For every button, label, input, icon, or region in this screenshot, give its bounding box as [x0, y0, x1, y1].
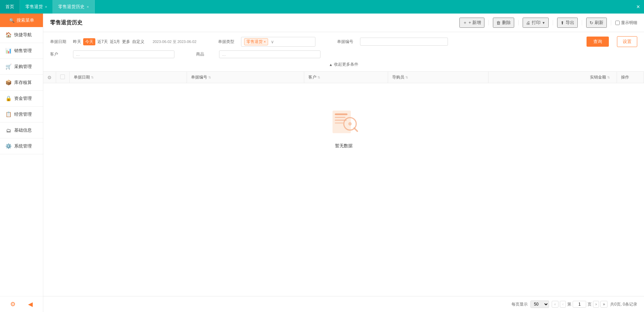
next-page-btn[interactable]: › [593, 301, 599, 308]
th-date[interactable]: 单据日期 ⇅ [70, 72, 187, 83]
divider-2 [518, 20, 519, 25]
filter-row-2: 客户 ... 商品 ... [50, 50, 637, 58]
tab-retail-return-history-close[interactable]: × [87, 5, 89, 9]
page-header: 零售退货历史 ＋ + 新增 🗑 删除 🖨 打印 ▼ [43, 14, 644, 32]
date-option-more[interactable]: 更多 [122, 39, 130, 45]
collapse-label: 收起更多条件 [334, 62, 358, 67]
th-ops-label: 操作 [621, 75, 629, 80]
main-layout: 🔍 搜索菜单 🏠 快捷导航 📊 销售管理 🛒 采购管理 📦 库存核算 🔒 资金管… [0, 14, 644, 312]
column-settings-icon[interactable]: ⚙ [47, 75, 52, 80]
sort-voucher-icon: ⇅ [208, 75, 211, 79]
filter-voucher-input[interactable] [360, 38, 448, 46]
date-range-display: 2023-06-02 至 2023-06-02 [152, 39, 196, 44]
first-page-btn[interactable]: « [552, 301, 559, 308]
export-icon: ⬆ [560, 20, 564, 25]
pagination: 每页显示 20 50 100 « ‹ 第 页 › » 共0页, 0条记录 [43, 296, 644, 312]
delete-icon: 🗑 [496, 20, 501, 25]
filter-customer-label: 客户 [50, 51, 70, 57]
sidebar-item-inventory-label: 库存核算 [14, 80, 32, 86]
filter-goods-placeholder: ... [222, 52, 226, 57]
prev-page-btn[interactable]: ‹ [560, 301, 566, 308]
th-date-label: 单据日期 [74, 75, 90, 80]
sales-icon: 📊 [5, 48, 11, 54]
table-header: ⚙ 单据日期 ⇅ 单据编号 ⇅ [43, 72, 644, 83]
operation-icon: 📋 [5, 111, 11, 117]
sidebar-bottom: ⚙ ◀ [0, 296, 43, 312]
export-button[interactable]: ⬆ 导出 [557, 18, 578, 28]
filter-type-select[interactable]: 零售退货 × ∨ [241, 37, 315, 47]
filter-voucher-label: 单据编号 [337, 39, 357, 45]
divider-5 [611, 20, 611, 25]
filter-goods-label: 商品 [196, 51, 216, 57]
filter-type-dropdown-icon[interactable]: ∨ [271, 39, 274, 44]
empty-text: 暂无数据 [335, 143, 353, 149]
tab-bar: 首页 零售退货 × 零售退货历史 × [0, 0, 632, 14]
sidebar-item-inventory[interactable]: 📦 库存核算 [0, 75, 43, 91]
date-option-1month[interactable]: 近1月 [110, 39, 120, 45]
sidebar-item-purchase-mgmt[interactable]: 🛒 采购管理 [0, 59, 43, 75]
show-detail-checkbox[interactable] [615, 21, 620, 25]
tab-retail-return-history[interactable]: 零售退货历史 × [53, 0, 94, 14]
empty-state: 暂无数据 [43, 83, 644, 169]
purchase-icon: 🛒 [5, 64, 11, 70]
filter-date-options: 昨天 今天 近7天 近1月 更多 自定义 [73, 38, 144, 45]
finance-icon: 🔒 [5, 95, 11, 102]
th-customer[interactable]: 客户 ⇅ [304, 72, 388, 83]
divider-1 [488, 20, 489, 25]
filter-type-tag-close[interactable]: × [264, 40, 266, 44]
print-button[interactable]: 🖨 打印 ▼ [523, 18, 549, 28]
tab-retail-return-history-label: 零售退货历史 [58, 4, 85, 10]
tab-retail-return[interactable]: 零售退货 × [20, 0, 53, 14]
th-voucher-no[interactable]: 单据编号 ⇅ [187, 72, 304, 83]
collapse-filter-btn[interactable]: ▲ 收起更多条件 [50, 62, 637, 67]
query-button[interactable]: 查询 [587, 37, 609, 47]
svg-rect-4 [335, 122, 343, 124]
total-info: 共0页, 0条记录 [610, 302, 637, 307]
page-size-select[interactable]: 20 50 100 [530, 300, 549, 308]
filter-goods-select[interactable]: ... [219, 50, 320, 58]
th-customer-label: 客户 [308, 75, 316, 80]
filter-date-group: 单据日期 昨天 今天 近7天 近1月 更多 自定义 [50, 38, 144, 45]
tab-retail-return-close[interactable]: × [45, 5, 47, 9]
filter-customer-select[interactable]: ... [73, 50, 174, 58]
date-option-today[interactable]: 今天 [83, 38, 95, 45]
divider-3 [553, 20, 553, 25]
filter-customer-placeholder: ... [76, 52, 80, 57]
delete-button[interactable]: 🗑 删除 [493, 18, 514, 28]
sidebar-item-system-mgmt[interactable]: ⚙️ 系统管理 [0, 138, 43, 154]
th-guide[interactable]: 导购员 ⇅ [388, 72, 488, 83]
sort-customer-icon: ⇅ [317, 75, 320, 79]
inventory-icon: 📦 [5, 80, 11, 86]
print-label: 打印 [532, 20, 541, 26]
page-suffix: 页 [588, 302, 592, 307]
select-all-checkbox[interactable] [60, 74, 65, 79]
filter-goods-group: 商品 ... [196, 50, 320, 58]
settings-bottom-icon[interactable]: ⚙ [10, 300, 16, 308]
new-button[interactable]: ＋ + 新增 [459, 18, 484, 28]
sidebar-item-sales-mgmt[interactable]: 📊 销售管理 [0, 43, 43, 59]
show-detail-text: 显示明细 [621, 20, 637, 26]
table-header-row: ⚙ 单据日期 ⇅ 单据编号 ⇅ [43, 72, 644, 83]
th-amount[interactable]: 实销金额 ⇅ [488, 72, 617, 83]
sidebar-item-finance-mgmt[interactable]: 🔒 资金管理 [0, 91, 43, 107]
filter-row-1: 单据日期 昨天 今天 近7天 近1月 更多 自定义 2023-06-02 至 2… [50, 36, 637, 47]
svg-line-6 [354, 128, 357, 131]
delete-label: 删除 [502, 20, 511, 26]
date-option-7days[interactable]: 近7天 [97, 39, 108, 45]
sidebar-search[interactable]: 🔍 搜索菜单 [0, 14, 43, 27]
setting-button[interactable]: 设置 [617, 36, 637, 47]
sidebar-item-operation-mgmt[interactable]: 📋 经营管理 [0, 107, 43, 122]
tab-home[interactable]: 首页 [0, 0, 20, 14]
sidebar-item-basic-info[interactable]: 🗂 基础信息 [0, 122, 43, 138]
filter-type-tag: 零售退货 × [244, 38, 268, 45]
window-close-btn[interactable]: × [632, 3, 644, 10]
last-page-btn[interactable]: » [600, 301, 607, 308]
date-option-custom[interactable]: 自定义 [132, 39, 144, 45]
page-number-input[interactable] [573, 301, 586, 308]
export-label: 导出 [566, 20, 574, 26]
sidebar-item-quick-nav[interactable]: 🏠 快捷导航 [0, 27, 43, 43]
svg-point-7 [348, 122, 352, 126]
date-option-yesterday[interactable]: 昨天 [73, 39, 81, 45]
refresh-button[interactable]: ↻ 刷新 [586, 18, 607, 28]
collapse-sidebar-icon[interactable]: ◀ [28, 300, 33, 308]
